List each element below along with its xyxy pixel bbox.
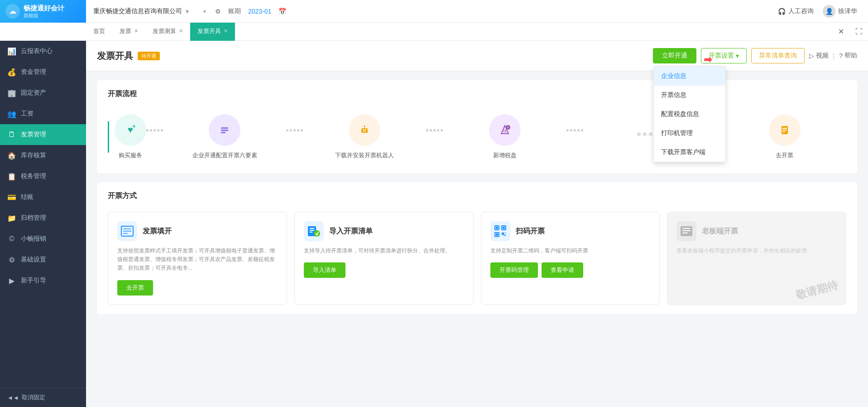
sidebar-item-report[interactable]: © 小畅报销 bbox=[0, 228, 86, 249]
main-layout: 📊 云报表中心 💰 资金管理 🏢 固定资产 👥 工资 🗒 发票管理 🏠 bbox=[0, 41, 868, 407]
fund-icon: 💰 bbox=[7, 68, 16, 77]
page-actions: 立即开通 开票设置 ▾ 异常清单查询 ▷ 视频 | ? 帮助 bbox=[653, 48, 857, 63]
settings-button[interactable]: ⚙ bbox=[215, 8, 221, 15]
step1-container: ♥ + 购买服务 bbox=[108, 114, 146, 160]
header-actions: ＋ ⚙ 账期 2023-01 📅 bbox=[196, 7, 292, 15]
video-btn[interactable]: ▷ 视频 bbox=[809, 52, 829, 60]
headset-icon: 🎧 bbox=[778, 8, 786, 15]
step-icon-config bbox=[209, 114, 240, 146]
sidebar: 📊 云报表中心 💰 资金管理 🏢 固定资产 👥 工资 🗒 发票管理 🏠 bbox=[0, 41, 86, 407]
tax-config-label: 配置税盘信息 bbox=[661, 110, 699, 117]
sidebar-item-guide[interactable]: ▶ 新手引导 bbox=[0, 270, 86, 291]
tab-invoice[interactable]: 发票 ✕ bbox=[112, 23, 145, 41]
dot bbox=[150, 129, 152, 131]
close-window-btn[interactable]: ✕ bbox=[832, 23, 850, 41]
method-cards: 发票填开 支持按照发票样式手工填开发票；可开具增值税电子普通发票、增值税普通发票… bbox=[108, 212, 846, 305]
tab-invoice-calc[interactable]: 发票测算 ✕ bbox=[145, 23, 190, 41]
menu-item-invoice-info[interactable]: 开票信息 bbox=[654, 86, 725, 105]
fill-svg bbox=[120, 224, 134, 238]
logo-text: 畅捷通好会计 旗舰版 bbox=[24, 4, 64, 19]
scan-code-btn[interactable]: 开票码管理 bbox=[490, 262, 538, 278]
tab-invoice-calc-close[interactable]: ✕ bbox=[179, 28, 183, 34]
dropdown-arrow-icon: ▾ bbox=[736, 52, 739, 59]
svg-rect-9 bbox=[363, 129, 364, 131]
calendar-icon[interactable]: 📅 bbox=[278, 8, 286, 15]
robot-svg bbox=[356, 122, 373, 138]
dot bbox=[290, 129, 292, 131]
flow-section-title: 开票流程 bbox=[108, 89, 846, 99]
dot bbox=[297, 129, 299, 131]
tab-invoice-close[interactable]: ✕ bbox=[134, 28, 138, 34]
svg-rect-34 bbox=[496, 227, 498, 229]
sidebar-item-label: 工资 bbox=[21, 110, 34, 118]
activate-btn[interactable]: 立即开通 bbox=[653, 48, 696, 63]
sidebar-item-tax[interactable]: 📋 税务管理 bbox=[0, 166, 86, 187]
printer-label: 打印机管理 bbox=[661, 129, 693, 136]
svg-rect-43 bbox=[682, 228, 691, 229]
sidebar-item-inventory[interactable]: 🏠 库存核算 bbox=[0, 145, 86, 166]
tab-invoice-open[interactable]: 发票开具 ✕ bbox=[190, 23, 235, 41]
sidebar-item-fund[interactable]: 💰 资金管理 bbox=[0, 62, 86, 82]
sidebar-item-fixed-assets[interactable]: 🏢 固定资产 bbox=[0, 82, 86, 103]
tab-invoice-open-close[interactable]: ✕ bbox=[224, 28, 228, 34]
step-label-config: 企业开通配置开票六要素 bbox=[192, 151, 257, 160]
tab-home[interactable]: 首页 bbox=[86, 23, 112, 41]
sidebar-item-label: 新手引导 bbox=[21, 276, 46, 285]
list-svg bbox=[216, 122, 233, 138]
step-dots bbox=[637, 132, 652, 136]
window-controls: ✕ ⛶ bbox=[832, 23, 868, 41]
import-btn[interactable]: 导入清单 bbox=[304, 262, 345, 278]
download-client-label: 下载开票客户端 bbox=[661, 148, 705, 155]
sidebar-item-payroll[interactable]: 👥 工资 bbox=[0, 103, 86, 124]
consultant-btn[interactable]: 🎧 人工咨询 bbox=[778, 7, 814, 15]
tab-home-label: 首页 bbox=[93, 27, 105, 35]
sidebar-item-archive[interactable]: 📁 归档管理 bbox=[0, 208, 86, 228]
divider: | bbox=[833, 52, 835, 59]
sidebar-item-label: 基础设置 bbox=[21, 256, 46, 264]
sidebar-item-settings[interactable]: ⚙ 基础设置 bbox=[0, 249, 86, 270]
content-body: 开票流程 ♥ + bbox=[86, 71, 868, 332]
logo-icon: ☁ bbox=[5, 4, 20, 19]
abnormal-list-btn[interactable]: 异常清单查询 bbox=[751, 48, 805, 63]
svg-rect-36 bbox=[503, 227, 505, 229]
sidebar-item-invoice[interactable]: 🗒 发票管理 bbox=[0, 124, 86, 145]
step-icon-download bbox=[349, 114, 380, 146]
connector1 bbox=[146, 129, 163, 145]
video-label: 视频 bbox=[816, 52, 829, 60]
svg-rect-4 bbox=[221, 127, 228, 129]
dot bbox=[153, 129, 156, 131]
svg-point-13 bbox=[364, 126, 365, 127]
menu-item-tax-config[interactable]: 配置税盘信息 bbox=[654, 105, 725, 124]
add-button[interactable]: ＋ bbox=[201, 7, 208, 15]
help-btn[interactable]: ? 帮助 bbox=[839, 52, 857, 60]
fixed-assets-icon: 🏢 bbox=[7, 88, 16, 97]
import-svg bbox=[307, 224, 321, 238]
import-desc: 支持导入待开票清单，可对待开票清单进行拆分、合并处理。 bbox=[304, 247, 464, 255]
tax-icon: 📋 bbox=[7, 172, 16, 181]
maximize-window-btn[interactable]: ⛶ bbox=[850, 23, 868, 41]
user-info[interactable]: 👤 徐泽华 bbox=[823, 5, 857, 18]
dot bbox=[566, 129, 569, 131]
step-label-download: 下载并安装开票机器人 bbox=[335, 151, 394, 160]
svg-rect-5 bbox=[221, 130, 228, 131]
company-selector[interactable]: 重庆畅捷交通信息咨询有限公司 ▾ bbox=[86, 7, 196, 15]
view-apply-btn[interactable]: 查看申请 bbox=[542, 262, 583, 278]
sidebar-collapse[interactable]: ◄◄ 取消固定 bbox=[0, 388, 86, 407]
sidebar-item-settlement[interactable]: 💳 结账 bbox=[0, 187, 86, 208]
guide-icon: ▶ bbox=[7, 276, 16, 285]
fill-btn[interactable]: 去开票 bbox=[117, 280, 153, 296]
boss-svg bbox=[680, 224, 693, 238]
menu-item-printer[interactable]: 打印机管理 bbox=[654, 124, 725, 143]
flow-section: 开票流程 ♥ + bbox=[97, 80, 857, 173]
svg-rect-40 bbox=[505, 233, 506, 233]
menu-item-download-client[interactable]: 下载开票客户端 bbox=[654, 143, 725, 162]
svg-text:+: + bbox=[132, 123, 135, 130]
sidebar-item-label: 税务管理 bbox=[21, 172, 46, 180]
svg-text:+: + bbox=[507, 126, 509, 130]
sidebar-item-cloud-report[interactable]: 📊 云报表中心 bbox=[0, 41, 86, 62]
menu-item-company-info[interactable]: 企业信息 bbox=[654, 67, 725, 86]
collapse-icon: ◄◄ bbox=[7, 394, 19, 401]
sidebar-item-label: 发票管理 bbox=[21, 131, 46, 139]
svg-rect-21 bbox=[782, 128, 787, 129]
tax-svg: 税 + bbox=[497, 122, 513, 138]
